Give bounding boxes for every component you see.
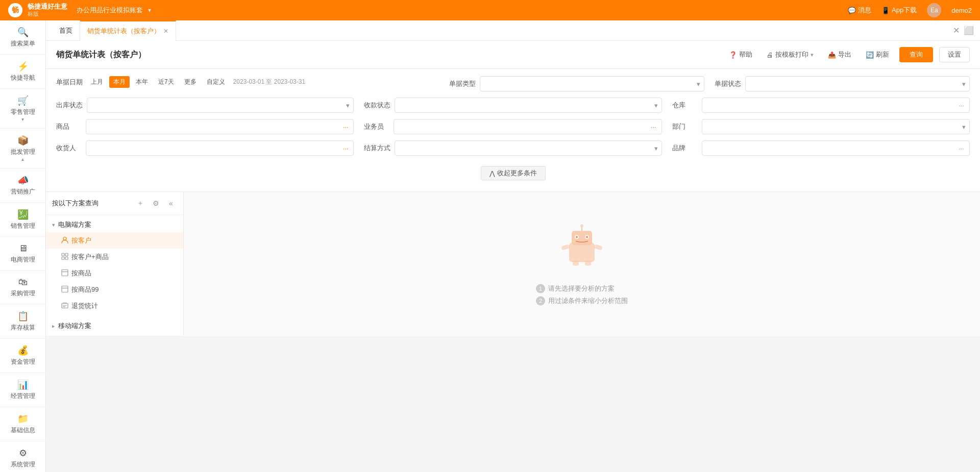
scheme-collapse-icon[interactable]: «: [165, 197, 177, 209]
scheme-item-return-icon: [61, 302, 68, 311]
refresh-btn[interactable]: 🔄 刷新: [862, 48, 893, 61]
scheme-item-by-customer[interactable]: 按客户: [46, 232, 183, 249]
svg-rect-13: [572, 231, 592, 245]
date-tab-this-month[interactable]: 本月: [109, 76, 130, 88]
svg-point-16: [576, 236, 578, 238]
export-label: 导出: [838, 50, 851, 59]
message-label: 消息: [858, 6, 871, 15]
bill-type-select[interactable]: ▾: [480, 76, 704, 91]
scheme-item-customer-goods-label: 按客户+商品: [71, 252, 109, 262]
settings-btn[interactable]: 设置: [939, 47, 970, 62]
main-layout: 🔍 搜索菜单 ⚡ 快捷导航 🛒 零售管理 ▾ 📦 批发管理 ▴ 📣 营销推广: [0, 20, 980, 472]
inventory-icon: 📋: [17, 311, 29, 322]
user-name[interactable]: demo2: [951, 7, 972, 14]
top-bar-left: 畅 畅捷通好生意 标版 办公用品行业模拟账套 ▾: [8, 3, 151, 18]
sidebar-item-marketing[interactable]: 📣 营销推广: [0, 169, 45, 203]
scheme-item-goods-99-label: 按商品99: [71, 285, 99, 294]
tab-sales-stat-label: 销货单统计表（按客户）: [87, 27, 160, 36]
svg-rect-5: [62, 270, 68, 276]
tab-close-icon[interactable]: ✕: [163, 28, 168, 35]
bill-status-caret-icon: ▾: [962, 80, 966, 88]
department-caret-icon: ▾: [962, 123, 966, 131]
window-maximize-icon[interactable]: ⬜: [964, 26, 974, 35]
sidebar-item-base[interactable]: 📁 基础信息: [0, 407, 45, 441]
download-btn[interactable]: 📱 App下载: [881, 6, 917, 15]
warehouse-dots: ···: [959, 102, 964, 109]
download-icon: 📱: [881, 7, 890, 14]
base-icon: 📁: [17, 413, 29, 424]
scheme-item-goods-icon: [61, 269, 68, 278]
goods-select[interactable]: ···: [86, 119, 354, 134]
sidebar-item-search-label: 搜索菜单: [11, 39, 35, 48]
wholesale-arrow-icon: ▴: [21, 156, 24, 162]
date-tab-custom[interactable]: 自定义: [203, 76, 229, 88]
print-btn[interactable]: 🖨 按模板打印 ▾: [763, 48, 818, 61]
window-close-icon[interactable]: ✕: [953, 26, 960, 35]
sidebar-item-purchase[interactable]: 🛍 采购管理: [0, 271, 45, 304]
scheme-settings-icon[interactable]: ⚙: [150, 197, 162, 209]
user-avatar[interactable]: Ea: [927, 3, 941, 17]
salesperson-select[interactable]: ···: [394, 119, 662, 134]
empty-icon: [556, 220, 607, 271]
scheme-item-by-goods[interactable]: 按商品: [46, 265, 183, 281]
system-icon: ⚙: [19, 447, 27, 459]
sidebar-item-retail[interactable]: 🛒 零售管理 ▾: [0, 89, 45, 129]
app-container: 畅 畅捷通好生意 标版 办公用品行业模拟账套 ▾ 💬 消息 📱 App下载 Ea…: [0, 0, 980, 472]
tip-1-text: 请先选择要分析的方案: [548, 284, 615, 293]
tab-home[interactable]: 首页: [52, 20, 80, 41]
scheme-group-mobile-header[interactable]: ▸ 移动端方案: [46, 318, 183, 334]
warehouse-label: 仓库: [672, 101, 698, 110]
sidebar-item-system[interactable]: ⚙ 系统管理: [0, 441, 45, 472]
sidebar-item-finance[interactable]: 💰 资金管理: [0, 339, 45, 373]
filter-item-goods: 商品 ···: [56, 119, 354, 134]
sidebar-item-search[interactable]: 🔍 搜索菜单: [0, 20, 45, 55]
filter-item-salesperson: 业务员 ···: [364, 119, 662, 134]
sidebar-item-quick-nav[interactable]: ⚡ 快捷导航: [0, 55, 45, 89]
scheme-group-desktop-header[interactable]: ▾ 电脑端方案: [46, 217, 183, 232]
scheme-item-return-label: 退货统计: [71, 301, 98, 311]
date-tab-this-year[interactable]: 本年: [132, 76, 152, 88]
download-label: App下载: [892, 6, 917, 15]
page-content: 销货单统计表（按客户） ❓ 帮助 🖨 按模板打印 ▾ 📤: [46, 41, 980, 472]
sidebar-item-sales-label: 销售管理: [11, 222, 35, 230]
empty-tips: 1 请先选择要分析的方案 2 用过滤条件来缩小分析范围: [536, 281, 628, 309]
scheme-add-icon[interactable]: ＋: [134, 197, 146, 209]
sidebar-item-operations[interactable]: 📊 经营管理: [0, 373, 45, 407]
sales-icon: 💹: [17, 209, 29, 220]
sidebar-item-inventory[interactable]: 📋 库存核算: [0, 304, 45, 339]
out-status-select[interactable]: ▾: [87, 98, 354, 113]
settlement-caret-icon: ▾: [654, 145, 658, 152]
date-tab-last-month[interactable]: 上月: [87, 76, 107, 88]
department-select[interactable]: ▾: [702, 119, 970, 134]
message-btn[interactable]: 💬 消息: [848, 6, 871, 15]
date-tab-last-7[interactable]: 近7天: [154, 76, 178, 88]
retail-icon: 🛒: [17, 95, 29, 106]
svg-point-0: [63, 237, 66, 240]
filter-item-date: 单据日期 上月 本月 本年 近7天 更多 自定义: [56, 76, 439, 88]
sidebar-item-sales[interactable]: 💹 销售管理: [0, 203, 45, 237]
help-btn[interactable]: ❓ 帮助: [725, 48, 756, 61]
product-selector[interactable]: 办公用品行业模拟账套: [77, 6, 143, 15]
recv-status-select[interactable]: ▾: [395, 98, 662, 113]
settlement-select[interactable]: ▾: [395, 140, 662, 156]
brand-dots: ···: [959, 145, 964, 152]
brand-select[interactable]: ···: [702, 140, 970, 156]
query-btn[interactable]: 查询: [899, 47, 933, 62]
export-btn[interactable]: 📤 导出: [824, 48, 855, 61]
sidebar-item-ecommerce[interactable]: 🖥 电商管理: [0, 237, 45, 271]
sidebar-item-purchase-label: 采购管理: [11, 289, 35, 298]
bill-type-caret-icon: ▾: [697, 80, 700, 88]
bill-status-select[interactable]: ▾: [745, 76, 970, 91]
date-tab-more[interactable]: 更多: [180, 76, 201, 88]
filter-item-bill-type: 单据类型 ▾: [449, 76, 704, 91]
warehouse-select[interactable]: ···: [702, 98, 970, 113]
product-dropdown-icon[interactable]: ▾: [148, 7, 151, 14]
tab-sales-stat[interactable]: 销货单统计表（按客户） ✕: [80, 20, 176, 41]
receiver-dots: ···: [342, 145, 348, 152]
sidebar-item-wholesale[interactable]: 📦 批发管理 ▴: [0, 129, 45, 169]
scheme-item-by-goods-99[interactable]: 按商品99: [46, 281, 183, 298]
scheme-item-customer-goods[interactable]: 按客户+商品: [46, 249, 183, 265]
scheme-item-return-stat[interactable]: 退货统计: [46, 298, 183, 314]
receiver-select[interactable]: ···: [86, 140, 354, 156]
collapse-btn[interactable]: ⋀ 收起更多条件: [481, 166, 546, 180]
